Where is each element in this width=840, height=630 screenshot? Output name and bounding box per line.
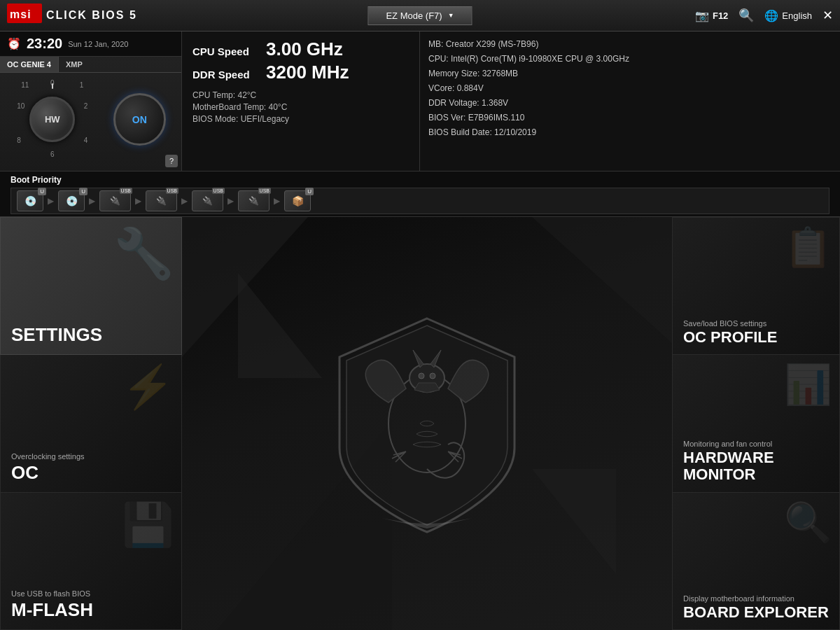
ddr-voltage-info: DDR Voltage: 1.368V [428,96,832,111]
mflash-subtitle: Use USB to flash BIOS [11,589,171,598]
hw-monitor-subtitle: Monitoring and fan control [683,440,829,448]
xmp-dial[interactable]: ON [113,93,166,146]
mflash-title: M-FLASH [11,599,171,621]
boot-priority-label: Boot Priority [10,175,830,185]
settings-icon-bg: 🔧 [113,225,174,282]
clock-icon: ⏰ [7,37,21,50]
close-button[interactable]: ✕ [822,8,833,23]
globe-icon: 🌐 [764,9,778,22]
screenshot-button[interactable]: 📷 F12 [695,9,728,22]
board-explorer-title: BOARD EXPLORER [683,604,829,621]
msi-logo: msi [7,4,42,27]
ez-mode-label: EZ Mode (F7) [386,10,442,21]
sidebar-item-settings[interactable]: 🔧 SETTINGS [0,217,182,355]
hw-monitor-title: HARDWARE MONITOR [683,449,829,483]
usb1-icon: 🔌 [110,196,120,206]
boot-device-4[interactable]: 🔌 USB [146,190,177,211]
left-sidebar: 🔧 SETTINGS ⚡ Overclocking settings OC 💾 … [0,217,182,630]
cpu-speed-value: 3.00 GHz [266,38,343,60]
bios-mode: BIOS Mode: UEFI/Legacy [192,114,409,124]
usb4-icon: 🔌 [248,196,259,206]
oc-genie-tab[interactable]: OC GENIE 4 [0,57,59,72]
cpu-temp: CPU Temp: 42°C [192,90,409,100]
oc-profile-subtitle: Save/load BIOS settings [683,319,829,328]
language-selector[interactable]: 🌐 English [764,9,812,22]
memory-info: Memory Size: 32768MB [428,66,832,81]
boot-arrow-6: ▶ [274,196,280,206]
date-display: Sun 12 Jan, 2020 [68,40,128,48]
oc-profile-icon-bg: 📋 [784,225,832,270]
boot-arrow-1: ▶ [48,196,54,206]
board-explorer-icon-bg: 🔍 [784,500,832,545]
ez-mode-button[interactable]: EZ Mode (F7) ▼ [368,6,472,25]
center-dragon-area [182,217,672,630]
bios-ver-info: BIOS Ver: E7B96IMS.110 [428,111,832,125]
camera-icon: 📷 [695,9,709,22]
dragon-shield [326,308,528,539]
sidebar-item-oc-profile[interactable]: 📋 Save/load BIOS settings OC PROFILE [672,217,840,355]
boot-device-3[interactable]: 🔌 USB [99,190,131,211]
boot-arrow-2: ▶ [89,196,95,206]
boot-arrow-3: ▶ [135,196,141,206]
top-info-bar: ⏰ 23:20 Sun 12 Jan, 2020 OC GENIE 4 XMP … [0,31,840,172]
boot-priority-bar: Boot Priority 💿 U ▶ 💿 U ▶ 🔌 USB ▶ [0,172,840,217]
time-display: 23:20 [27,36,62,52]
hw-dial-label: HW [45,114,60,125]
settings-title: SETTINGS [11,324,171,346]
boot-device-1[interactable]: 💿 U [17,190,43,211]
oc-profile-title: OC PROFILE [683,329,829,346]
close-icon: ✕ [822,8,833,22]
mb-temp: MotherBoard Temp: 40°C [192,102,409,112]
usb3-icon: 🔌 [202,196,213,206]
vcore-info: VCore: 0.884V [428,81,832,96]
top-right-controls: 📷 F12 🔍 🌐 English ✕ [695,8,833,23]
help-button[interactable]: ? [165,155,178,167]
main-area: 🔧 SETTINGS ⚡ Overclocking settings OC 💾 … [0,217,840,630]
xmp-tab[interactable]: XMP [59,57,90,72]
boot-devices-list: 💿 U ▶ 💿 U ▶ 🔌 USB ▶ 🔌 USB [10,188,830,214]
oc-subtitle: Overclocking settings [11,452,171,461]
oc-icon-bg: ⚡ [122,362,174,412]
nvme-icon: 📦 [292,195,304,206]
hw-monitor-icon-bg: 📊 [784,362,832,407]
system-info-panel: MB: Creator X299 (MS-7B96) CPU: Intel(R)… [420,31,840,171]
oc-tabs: OC GENIE 4 XMP [0,57,181,73]
oc-title: OC [11,462,171,484]
top-bar: msi CLICK BIOS 5 EZ Mode (F7) ▼ 📷 F12 🔍 … [0,0,840,31]
cpu-speed-label: CPU Speed [192,46,259,57]
right-sidebar: 📋 Save/load BIOS settings OC PROFILE 📊 M… [672,217,840,630]
oc-genie-panel: OC GENIE 4 XMP 0 1 11 2 10 4 8 6 [0,57,181,171]
mb-info: MB: Creator X299 (MS-7B96) [428,37,832,52]
svg-point-5 [430,373,435,379]
hw-dial[interactable]: 0 1 11 2 10 4 8 6 HW [15,78,89,162]
boot-device-7[interactable]: 📦 U [284,190,311,211]
svg-point-4 [419,373,424,379]
cpu-speed-panel: CPU Speed 3.00 GHz DDR Speed 3200 MHz CP… [182,31,420,171]
ddr-speed-value: 3200 MHz [266,62,349,83]
boot-arrow-5: ▶ [227,196,234,206]
sidebar-item-mflash[interactable]: 💾 Use USB to flash BIOS M-FLASH [0,493,182,630]
search-icon: 🔍 [738,8,754,22]
sidebar-item-hardware-monitor[interactable]: 📊 Monitoring and fan control HARDWARE MO… [672,355,840,492]
optical-icon: 💿 [66,195,78,206]
boot-device-6[interactable]: 🔌 USB [238,190,270,211]
sidebar-item-board-explorer[interactable]: 🔍 Display motherboard information BOARD … [672,493,840,630]
xmp-dial-label: ON [132,114,147,125]
dropdown-arrow-icon: ▼ [448,12,454,19]
board-explorer-subtitle: Display motherboard information [683,594,829,603]
logo-area: msi CLICK BIOS 5 [7,4,137,27]
boot-device-2[interactable]: 💿 U [58,190,85,211]
sidebar-item-oc[interactable]: ⚡ Overclocking settings OC [0,355,182,492]
boot-arrow-4: ▶ [181,196,188,206]
bios-title: CLICK BIOS 5 [46,9,137,22]
bios-date-info: BIOS Build Date: 12/10/2019 [428,125,832,140]
screenshot-label: F12 [713,10,728,21]
boot-device-5[interactable]: 🔌 USB [192,190,223,211]
search-button[interactable]: 🔍 [738,8,754,23]
svg-text:msi: msi [10,8,31,20]
cpu-info: CPU: Intel(R) Core(TM) i9-10980XE CPU @ … [428,52,832,66]
language-label: English [782,10,812,21]
ddr-speed-label: DDR Speed [192,69,259,80]
usb2-icon: 🔌 [156,196,167,206]
clock-section: ⏰ 23:20 Sun 12 Jan, 2020 [0,31,181,57]
